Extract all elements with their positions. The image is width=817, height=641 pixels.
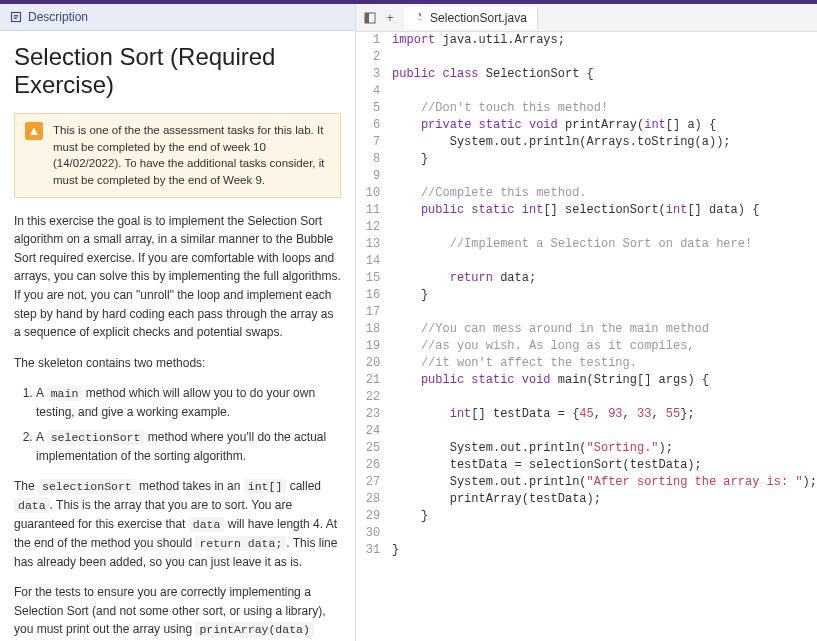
- java-file-icon: [414, 11, 425, 24]
- tab-label: SelectionSort.java: [430, 11, 527, 25]
- code-line[interactable]: int[] testData = {45, 93, 33, 55};: [392, 406, 817, 423]
- line-number: 19: [356, 338, 380, 355]
- code-line[interactable]: [392, 219, 817, 236]
- line-number: 6: [356, 117, 380, 134]
- line-number: 28: [356, 491, 380, 508]
- line-number: 26: [356, 457, 380, 474]
- code-line[interactable]: }: [392, 542, 817, 559]
- line-number: 2: [356, 49, 380, 66]
- line-number: 4: [356, 83, 380, 100]
- code-line[interactable]: public static void main(String[] args) {: [392, 372, 817, 389]
- line-number: 14: [356, 253, 380, 270]
- tab-selectionsort[interactable]: SelectionSort.java: [404, 7, 538, 29]
- code-line[interactable]: printArray(testData);: [392, 491, 817, 508]
- line-number: 9: [356, 168, 380, 185]
- line-number: 1: [356, 32, 380, 49]
- code-line[interactable]: }: [392, 287, 817, 304]
- code-inline: data: [189, 517, 225, 532]
- svg-rect-5: [365, 13, 369, 23]
- line-number: 11: [356, 202, 380, 219]
- code-inline: int[]: [244, 479, 287, 494]
- editor-tab-bar: + SelectionSort.java: [356, 4, 817, 32]
- code-inline: selectionSort: [38, 479, 136, 494]
- description-header[interactable]: Description: [0, 4, 355, 31]
- line-number: 7: [356, 134, 380, 151]
- code-line[interactable]: System.out.println("Sorting.");: [392, 440, 817, 457]
- code-inline: main: [47, 386, 83, 401]
- line-number-gutter: 1234567891011121314151617181920212223242…: [356, 32, 388, 641]
- code-line[interactable]: [392, 49, 817, 66]
- line-number: 27: [356, 474, 380, 491]
- line-number: 25: [356, 440, 380, 457]
- code-line[interactable]: //Complete this method.: [392, 185, 817, 202]
- sidebar-toggle-icon[interactable]: [362, 10, 378, 26]
- line-number: 15: [356, 270, 380, 287]
- code-inline: printArray(data): [195, 622, 313, 637]
- line-number: 5: [356, 100, 380, 117]
- line-number: 16: [356, 287, 380, 304]
- line-number: 18: [356, 321, 380, 338]
- code-line[interactable]: [392, 304, 817, 321]
- line-number: 3: [356, 66, 380, 83]
- warning-text: This is one of the the assessment tasks …: [53, 122, 330, 189]
- code-inline: selectionSort: [47, 430, 145, 445]
- description-icon: [10, 11, 22, 23]
- code-line[interactable]: testData = selectionSort(testData);: [392, 457, 817, 474]
- code-area[interactable]: import java.util.Arrays; public class Se…: [388, 32, 817, 641]
- list-item: A main method which will allow you to do…: [36, 384, 341, 421]
- code-line[interactable]: [392, 423, 817, 440]
- editor-panel: + SelectionSort.java 1234567891011121314…: [356, 4, 817, 641]
- paragraph-tests: For the tests to ensure you are correctl…: [14, 583, 341, 641]
- code-line[interactable]: }: [392, 508, 817, 525]
- code-line[interactable]: System.out.println(Arrays.toString(a));: [392, 134, 817, 151]
- code-line[interactable]: //You can mess around in the main method: [392, 321, 817, 338]
- code-line[interactable]: [392, 168, 817, 185]
- main-container: Description Selection Sort (Required Exe…: [0, 4, 817, 641]
- code-line[interactable]: [392, 83, 817, 100]
- code-line[interactable]: [392, 525, 817, 542]
- list-item: A selectionSort method where you'll do t…: [36, 428, 341, 465]
- paragraph-intro: In this exercise the goal is to implemen…: [14, 212, 341, 342]
- code-line[interactable]: public static int[] selectionSort(int[] …: [392, 202, 817, 219]
- methods-list: A main method which will allow you to do…: [36, 384, 341, 465]
- description-panel: Description Selection Sort (Required Exe…: [0, 4, 356, 641]
- line-number: 8: [356, 151, 380, 168]
- line-number: 20: [356, 355, 380, 372]
- code-line[interactable]: public class SelectionSort {: [392, 66, 817, 83]
- line-number: 17: [356, 304, 380, 321]
- code-line[interactable]: //Don't touch this method!: [392, 100, 817, 117]
- paragraph-selectionsort: The selectionSort method takes in an int…: [14, 477, 341, 571]
- code-line[interactable]: private static void printArray(int[] a) …: [392, 117, 817, 134]
- code-line[interactable]: //as you wish. As long as it compiles,: [392, 338, 817, 355]
- code-line[interactable]: //Implement a Selection Sort on data her…: [392, 236, 817, 253]
- tab-controls: +: [356, 10, 404, 26]
- warning-box: ▲ This is one of the the assessment task…: [14, 113, 341, 198]
- line-number: 12: [356, 219, 380, 236]
- line-number: 10: [356, 185, 380, 202]
- line-number: 21: [356, 372, 380, 389]
- code-line[interactable]: System.out.println("After sorting the ar…: [392, 474, 817, 491]
- code-editor[interactable]: 1234567891011121314151617181920212223242…: [356, 32, 817, 641]
- line-number: 29: [356, 508, 380, 525]
- line-number: 23: [356, 406, 380, 423]
- line-number: 30: [356, 525, 380, 542]
- line-number: 22: [356, 389, 380, 406]
- code-inline: return data;: [195, 536, 286, 551]
- code-line[interactable]: }: [392, 151, 817, 168]
- new-tab-icon[interactable]: +: [382, 10, 398, 26]
- paragraph-skeleton: The skeleton contains two methods:: [14, 354, 341, 373]
- description-label: Description: [28, 10, 88, 24]
- code-line[interactable]: [392, 389, 817, 406]
- line-number: 31: [356, 542, 380, 559]
- description-content: Selection Sort (Required Exercise) ▲ Thi…: [0, 31, 355, 641]
- code-line[interactable]: //it won't affect the testing.: [392, 355, 817, 372]
- code-line[interactable]: [392, 253, 817, 270]
- line-number: 24: [356, 423, 380, 440]
- warning-icon: ▲: [25, 122, 43, 140]
- code-inline: data: [14, 498, 50, 513]
- code-line[interactable]: import java.util.Arrays;: [392, 32, 817, 49]
- line-number: 13: [356, 236, 380, 253]
- page-title: Selection Sort (Required Exercise): [14, 43, 341, 99]
- code-line[interactable]: return data;: [392, 270, 817, 287]
